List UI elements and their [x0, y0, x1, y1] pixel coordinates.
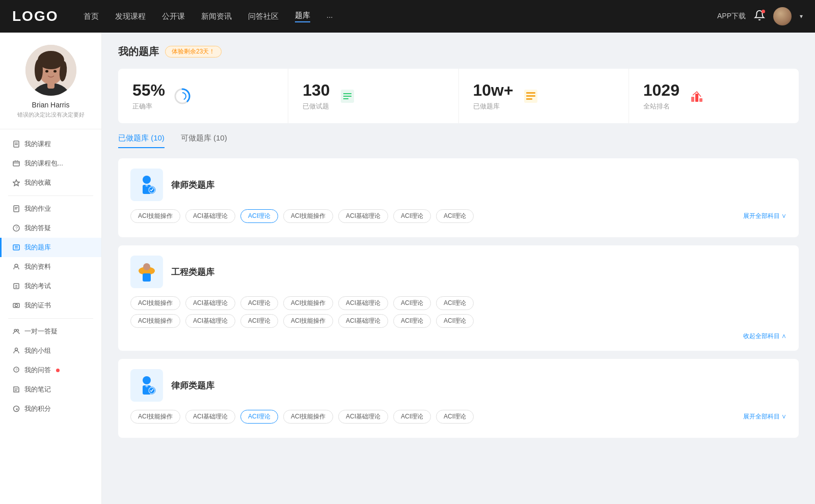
nav-quiz[interactable]: 题库	[295, 11, 310, 22]
svg-point-8	[45, 70, 48, 73]
trial-badge: 体验剩余23天！	[165, 46, 222, 58]
nav-links: 首页 发现课程 公开课 新闻资讯 问答社区 题库 ···	[84, 11, 717, 22]
page-header: 我的题库 体验剩余23天！	[118, 45, 799, 59]
tag-1b-2[interactable]: ACI理论	[240, 314, 278, 328]
sidebar-item-group[interactable]: 我的小组	[0, 341, 101, 360]
sidebar-item-package[interactable]: 我的课程包...	[0, 154, 101, 173]
tag-1-1[interactable]: ACI基础理论	[185, 296, 235, 310]
avatar-image	[773, 7, 792, 25]
lawyer-svg-0	[134, 173, 159, 197]
svg-point-65	[143, 376, 151, 384]
sidebar-item-qa-ask[interactable]: ? 我的答疑	[0, 218, 101, 238]
sidebar-item-points[interactable]: ★ 我的积分	[0, 399, 101, 418]
tag-2-1[interactable]: ACI基础理论	[185, 410, 235, 424]
nav-open-course[interactable]: 公开课	[162, 12, 185, 21]
svg-rect-27	[14, 284, 19, 289]
tag-0-4[interactable]: ACI基础理论	[338, 209, 388, 223]
svg-point-43	[179, 93, 186, 100]
accuracy-label: 正确率	[132, 102, 165, 111]
tab-done-quiz[interactable]: 已做题库 (10)	[118, 133, 165, 148]
sidebar-item-one-one[interactable]: 一对一答疑	[0, 322, 101, 341]
sidebar-item-exam[interactable]: 我的考试	[0, 276, 101, 296]
tag-1b-0[interactable]: ACI技能操作	[130, 314, 180, 328]
tag-1-2[interactable]: ACI理论	[240, 296, 278, 310]
library-card-1: 工程类题库 ACI技能操作 ACI基础理论 ACI理论 ACI技能操作 ACI基…	[118, 245, 799, 351]
sidebar-item-quiz[interactable]: 我的题库	[0, 238, 101, 257]
question-icon: ?	[12, 224, 20, 232]
tag-2-3[interactable]: ACI技能操作	[283, 410, 333, 424]
tag-0-2[interactable]: ACI理论	[240, 209, 278, 223]
app-download-button[interactable]: APP下载	[717, 12, 746, 21]
tag-2-6[interactable]: ACI理论	[436, 410, 474, 424]
nav-discover[interactable]: 发现课程	[115, 12, 146, 21]
rank-label: 全站排名	[643, 102, 680, 111]
tag-0-1[interactable]: ACI基础理论	[185, 209, 235, 223]
collapse-link-1[interactable]: 收起全部科目 ∧	[130, 332, 786, 341]
avatar[interactable]	[773, 7, 792, 25]
score-icon: ★	[12, 405, 20, 413]
tag-0-5[interactable]: ACI理论	[393, 209, 431, 223]
svg-text:?: ?	[15, 368, 18, 372]
tag-1b-5[interactable]: ACI理论	[393, 314, 431, 328]
notification-bell[interactable]	[754, 10, 765, 23]
stat-rank-text: 1029 全站排名	[643, 81, 680, 111]
main-content: 我的题库 体验剩余23天！ 55% 正确率	[102, 33, 815, 504]
tag-0-0[interactable]: ACI技能操作	[130, 209, 180, 223]
avatar-chevron-icon[interactable]: ▾	[800, 13, 803, 20]
sidebar-item-cert[interactable]: 我的证书	[0, 296, 101, 315]
stat-accuracy: 55% 正确率	[118, 69, 288, 123]
tag-2-5[interactable]: ACI理论	[393, 410, 431, 424]
nav-home[interactable]: 首页	[84, 12, 99, 21]
svg-rect-13	[13, 161, 19, 166]
svg-rect-61	[140, 271, 154, 273]
star-icon	[12, 179, 20, 187]
tag-1-6[interactable]: ACI理论	[436, 296, 474, 310]
tag-1-5[interactable]: ACI理论	[393, 296, 431, 310]
stat-done-q-text: 130 已做试题	[303, 81, 330, 111]
tags-row-1a: ACI技能操作 ACI基础理论 ACI理论 ACI技能操作 ACI基础理论 AC…	[130, 296, 786, 310]
tab-available-quiz[interactable]: 可做题库 (10)	[181, 133, 227, 148]
sidebar-label-exam: 我的考试	[24, 282, 51, 291]
tag-0-3[interactable]: ACI技能操作	[283, 209, 333, 223]
tag-2-4[interactable]: ACI基础理论	[338, 410, 388, 424]
tag-1-0[interactable]: ACI技能操作	[130, 296, 180, 310]
sidebar-label-one-one: 一对一答疑	[24, 327, 58, 336]
tabs-bar: 已做题库 (10) 可做题库 (10)	[118, 133, 799, 148]
stat-done-lib-text: 10w+ 已做题库	[473, 81, 513, 111]
sidebar-item-favorites[interactable]: 我的收藏	[0, 173, 101, 192]
progress-icon	[173, 87, 192, 105]
svg-rect-54	[699, 98, 702, 102]
tag-1b-1[interactable]: ACI基础理论	[185, 314, 235, 328]
sidebar-item-course[interactable]: 我的课程	[0, 134, 101, 154]
sidebar-item-profile-doc[interactable]: 我的资料	[0, 257, 101, 276]
tag-2-2[interactable]: ACI理论	[240, 410, 278, 424]
svg-point-9	[53, 70, 57, 73]
library-header-2: 律师类题库	[130, 369, 786, 402]
library-card-0: 律师类题库 ACI技能操作 ACI基础理论 ACI理论 ACI技能操作 ACI基…	[118, 158, 799, 237]
tag-1b-6[interactable]: ACI理论	[436, 314, 474, 328]
profile-avatar[interactable]	[25, 45, 76, 96]
tag-1-3[interactable]: ACI技能操作	[283, 296, 333, 310]
svg-rect-51	[526, 98, 532, 100]
expand-link-0[interactable]: 展开全部科目 ∨	[743, 212, 786, 220]
tag-0-6[interactable]: ACI理论	[436, 209, 474, 223]
expand-link-2[interactable]: 展开全部科目 ∨	[743, 412, 786, 421]
tag-2-0[interactable]: ACI技能操作	[130, 410, 180, 424]
tags-row-0: ACI技能操作 ACI基础理论 ACI理论 ACI技能操作 ACI基础理论 AC…	[130, 209, 786, 223]
done-lib-label: 已做题库	[473, 102, 513, 111]
nav-qa[interactable]: 问答社区	[248, 12, 279, 21]
svg-point-33	[17, 329, 19, 331]
sidebar-item-my-qa[interactable]: ? 我的问答	[0, 360, 101, 380]
nav-news[interactable]: 新闻资讯	[201, 12, 232, 21]
sidebar-label-profile-doc: 我的资料	[24, 262, 51, 271]
logo[interactable]: LOGO	[12, 8, 63, 24]
nav-more[interactable]: ···	[327, 12, 333, 21]
cert-icon	[12, 301, 20, 310]
tag-1b-3[interactable]: ACI技能操作	[283, 314, 333, 328]
svg-rect-49	[526, 92, 535, 94]
tag-1b-4[interactable]: ACI基础理论	[338, 314, 388, 328]
sidebar-item-homework[interactable]: 我的作业	[0, 199, 101, 218]
tag-1-4[interactable]: ACI基础理论	[338, 296, 388, 310]
sidebar-item-notes[interactable]: 我的笔记	[0, 380, 101, 399]
one-one-icon	[12, 327, 20, 335]
